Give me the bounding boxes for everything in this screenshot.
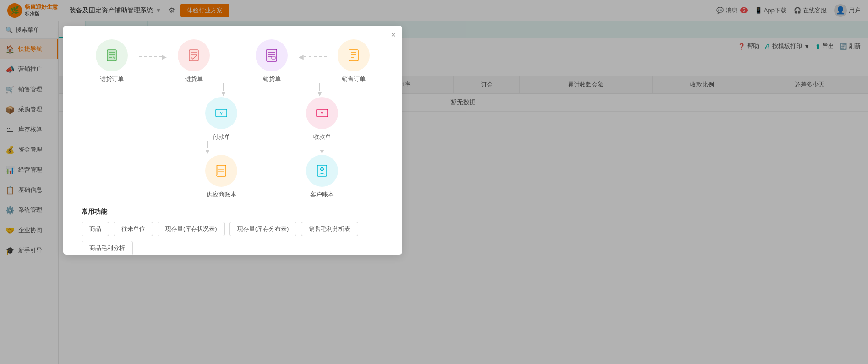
supplier-ledger-icon: [205, 155, 237, 187]
flow-node-sales-order: 销售订单: [328, 39, 379, 83]
sales-bill-icon: [256, 39, 288, 71]
flow-node-payment-bill: ¥ 付款单: [196, 97, 246, 141]
sales-order-label: 销售订单: [342, 75, 366, 83]
btn-stock-status[interactable]: 现存量(库存状况表): [158, 222, 225, 236]
btn-sales-profit-analysis[interactable]: 销售毛利分析表: [301, 222, 358, 236]
flow-node-customer-ledger: 客户账本: [297, 155, 347, 199]
svg-point-26: [320, 167, 324, 171]
purchase-order-label: 进货订单: [100, 75, 124, 83]
flow-node-receipt-bill: ¥ 收款单: [297, 97, 347, 141]
modal-close-button[interactable]: ×: [391, 30, 396, 40]
btn-goods-profit-analysis[interactable]: 商品毛利分析: [82, 241, 133, 255]
purchase-order-icon: [96, 39, 128, 71]
common-functions-title: 常用功能: [82, 208, 384, 216]
purchase-bill-label: 进货单: [185, 75, 203, 83]
purchase-bill-icon: [178, 39, 210, 71]
btn-goods[interactable]: 商品: [82, 222, 109, 236]
receipt-bill-label: 收款单: [313, 133, 331, 141]
sales-bill-label: 销货单: [263, 75, 281, 83]
supplier-ledger-label: 供应商账本: [207, 190, 236, 199]
flow-node-supplier-ledger: 供应商账本: [196, 155, 246, 199]
flow-node-purchase-order: 进货订单: [87, 39, 137, 83]
btn-partners[interactable]: 往来单位: [114, 222, 153, 236]
svg-rect-12: [349, 50, 358, 61]
common-functions: 常用功能 商品 往来单位 现存量(库存状况表) 现存量(库存分布表) 销售毛利分…: [82, 208, 384, 255]
svg-text:¥: ¥: [320, 111, 324, 116]
svg-rect-4: [189, 50, 198, 61]
svg-text:¥: ¥: [219, 111, 223, 116]
sales-order-icon: [338, 39, 370, 71]
svg-rect-21: [216, 166, 218, 175]
customer-ledger-icon: [306, 155, 338, 187]
flow-node-purchase-bill: 进货单: [169, 39, 219, 83]
payment-bill-label: 付款单: [213, 133, 230, 141]
cf-buttons-row1: 商品 往来单位 现存量(库存状况表) 现存量(库存分布表) 销售毛利分析表 商品…: [82, 222, 384, 255]
flow-modal: × 进货订单: [63, 26, 402, 255]
btn-stock-dist[interactable]: 现存量(库存分布表): [229, 222, 297, 236]
payment-bill-icon: ¥: [205, 97, 237, 129]
customer-ledger-label: 客户账本: [310, 190, 334, 199]
svg-rect-7: [267, 49, 277, 61]
svg-rect-0: [107, 50, 116, 61]
flow-node-sales-bill: 销货单: [246, 39, 297, 83]
svg-rect-11: [272, 56, 275, 59]
receipt-bill-icon: ¥: [306, 97, 338, 129]
modal-overlay: × 进货订单: [0, 0, 868, 364]
svg-rect-20: [217, 165, 226, 176]
